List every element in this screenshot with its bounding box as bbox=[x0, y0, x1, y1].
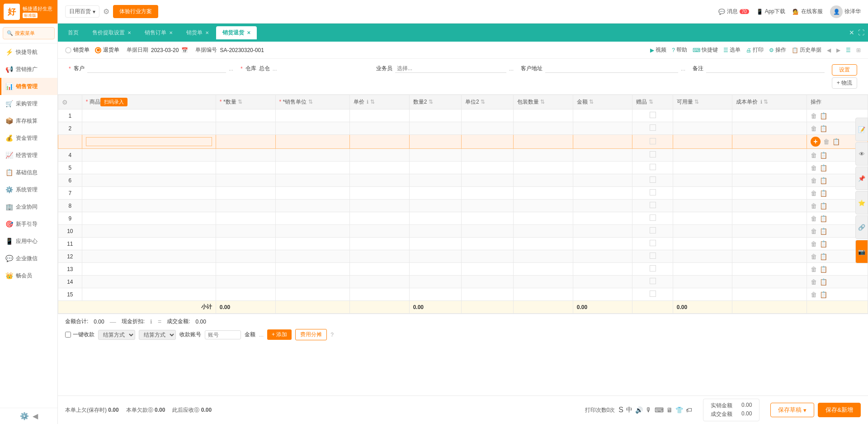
row-available-13[interactable] bbox=[673, 263, 732, 276]
copy-row-icon-7[interactable]: 📋 bbox=[820, 190, 827, 197]
row-cost-10[interactable] bbox=[732, 225, 807, 238]
row-product-14[interactable] bbox=[82, 276, 216, 288]
row-amount-8[interactable] bbox=[573, 200, 632, 212]
row-product-3[interactable] bbox=[82, 135, 216, 149]
add-payment-button[interactable]: + 添加 bbox=[267, 329, 292, 340]
row-qty-2[interactable] bbox=[216, 122, 275, 135]
row-amount-5[interactable] bbox=[573, 162, 632, 174]
shortcut-btn[interactable]: ⌨ 快捷键 bbox=[693, 46, 718, 54]
row-available-2[interactable] bbox=[673, 122, 732, 135]
row-pkgqty-5[interactable] bbox=[514, 162, 573, 174]
right-btn-5[interactable]: 🔗 bbox=[855, 215, 868, 239]
row-price-4[interactable] bbox=[350, 149, 410, 162]
sidebar-item-inventory[interactable]: 📦 库存核算 bbox=[0, 112, 57, 129]
row-qty2-14[interactable] bbox=[409, 276, 461, 288]
row-amount-6[interactable] bbox=[573, 174, 632, 187]
row-unit-10[interactable] bbox=[275, 225, 350, 238]
gift-checkbox-7[interactable] bbox=[650, 189, 656, 195]
row-available-11[interactable] bbox=[673, 238, 732, 250]
sidebar-item-finance[interactable]: 💰 资金管理 bbox=[0, 129, 57, 147]
row-unit-6[interactable] bbox=[275, 174, 350, 187]
delete-row-icon-12[interactable]: 🗑 bbox=[811, 253, 817, 260]
delete-row-icon-7[interactable]: 🗑 bbox=[811, 190, 817, 197]
row-qty2-12[interactable] bbox=[409, 250, 461, 263]
row-product-7[interactable] bbox=[82, 187, 216, 200]
row-qty-14[interactable] bbox=[216, 276, 275, 288]
row-gift-12[interactable] bbox=[632, 250, 673, 263]
delete-row-icon-6[interactable]: 🗑 bbox=[811, 177, 817, 184]
row-cost-12[interactable] bbox=[732, 250, 807, 263]
row-amount-10[interactable] bbox=[573, 225, 632, 238]
row-amount-15[interactable] bbox=[573, 288, 632, 301]
row-cost-2[interactable] bbox=[732, 122, 807, 135]
th-gear[interactable]: ⚙ bbox=[58, 95, 82, 110]
row-qty2-3[interactable] bbox=[409, 135, 461, 149]
sidebar-item-member[interactable]: 👑 畅会员 bbox=[0, 267, 57, 284]
row-unit-1[interactable] bbox=[275, 110, 350, 122]
row-product-5[interactable] bbox=[82, 162, 216, 174]
calculation-method-select[interactable]: 结算方式 bbox=[139, 330, 176, 340]
row-amount-14[interactable] bbox=[573, 276, 632, 288]
copy-row-icon-3[interactable]: 📋 bbox=[832, 138, 840, 145]
delete-row-icon-10[interactable]: 🗑 bbox=[811, 228, 817, 235]
add-row-button[interactable]: + bbox=[811, 137, 821, 147]
app-download-button[interactable]: 📱 App下载 bbox=[756, 8, 785, 15]
tab-price-close-icon[interactable]: ✕ bbox=[127, 30, 131, 35]
row-available-1[interactable] bbox=[673, 110, 732, 122]
row-gift-10[interactable] bbox=[632, 225, 673, 238]
row-product-8[interactable] bbox=[82, 200, 216, 212]
gift-checkbox-15[interactable] bbox=[650, 291, 656, 297]
row-pkgqty-12[interactable] bbox=[514, 250, 573, 263]
customer-input[interactable] bbox=[87, 64, 226, 73]
th-cost-info-icon[interactable]: ℹ bbox=[760, 99, 762, 105]
row-amount-9[interactable] bbox=[573, 212, 632, 225]
row-available-14[interactable] bbox=[673, 276, 732, 288]
row-gift-6[interactable] bbox=[632, 174, 673, 187]
row-unit2-7[interactable] bbox=[461, 187, 513, 200]
nav-next-icon[interactable]: ▶ bbox=[836, 47, 840, 53]
save-draft-button[interactable]: 保存草稿 ▾ bbox=[770, 403, 814, 417]
row-unit-11[interactable] bbox=[275, 238, 350, 250]
close-tab-icon[interactable]: ✕ bbox=[849, 29, 854, 36]
row-cost-3[interactable] bbox=[732, 135, 807, 149]
delete-row-icon-3[interactable]: 🗑 bbox=[823, 138, 830, 145]
row-qty-8[interactable] bbox=[216, 200, 275, 212]
row-pkgqty-4[interactable] bbox=[514, 149, 573, 162]
row-unit-13[interactable] bbox=[275, 263, 350, 276]
th-pkg-sort[interactable]: ⇅ bbox=[540, 99, 545, 105]
row-unit-8[interactable] bbox=[275, 200, 350, 212]
gift-checkbox-13[interactable] bbox=[650, 265, 656, 272]
row-product-4[interactable] bbox=[82, 149, 216, 162]
row-qty2-7[interactable] bbox=[409, 187, 461, 200]
th-unit2-sort[interactable]: ⇅ bbox=[481, 99, 485, 105]
row-product-15[interactable] bbox=[82, 288, 216, 301]
row-amount-2[interactable] bbox=[573, 122, 632, 135]
row-cost-8[interactable] bbox=[732, 200, 807, 212]
row-pkgqty-8[interactable] bbox=[514, 200, 573, 212]
settings-bottom-icon[interactable]: ⚙️ bbox=[20, 412, 29, 420]
row-gift-7[interactable] bbox=[632, 187, 673, 200]
row-gift-15[interactable] bbox=[632, 288, 673, 301]
tab-sales-close-icon[interactable]: ✕ bbox=[205, 30, 209, 35]
th-qty-sort[interactable]: ⇅ bbox=[238, 99, 242, 105]
row-available-5[interactable] bbox=[673, 162, 732, 174]
row-price-10[interactable] bbox=[350, 225, 410, 238]
topbar-gear-icon[interactable]: ⚙ bbox=[103, 7, 109, 16]
row-qty-1[interactable] bbox=[216, 110, 275, 122]
row-unit-9[interactable] bbox=[275, 212, 350, 225]
row-gift-11[interactable] bbox=[632, 238, 673, 250]
row-cost-11[interactable] bbox=[732, 238, 807, 250]
row-pkgqty-9[interactable] bbox=[514, 212, 573, 225]
gift-checkbox-4[interactable] bbox=[650, 151, 656, 157]
save-new-button[interactable]: 保存&新增 bbox=[818, 403, 861, 417]
th-available-sort[interactable]: ⇅ bbox=[694, 99, 699, 105]
row-cost-1[interactable] bbox=[732, 110, 807, 122]
row-available-7[interactable] bbox=[673, 187, 732, 200]
expense-info-icon[interactable]: ? bbox=[330, 332, 334, 338]
row-gift-14[interactable] bbox=[632, 276, 673, 288]
row-price-14[interactable] bbox=[350, 276, 410, 288]
row-unit-3[interactable] bbox=[275, 135, 350, 149]
row-unit2-13[interactable] bbox=[461, 263, 513, 276]
row-available-12[interactable] bbox=[673, 250, 732, 263]
row-price-15[interactable] bbox=[350, 288, 410, 301]
